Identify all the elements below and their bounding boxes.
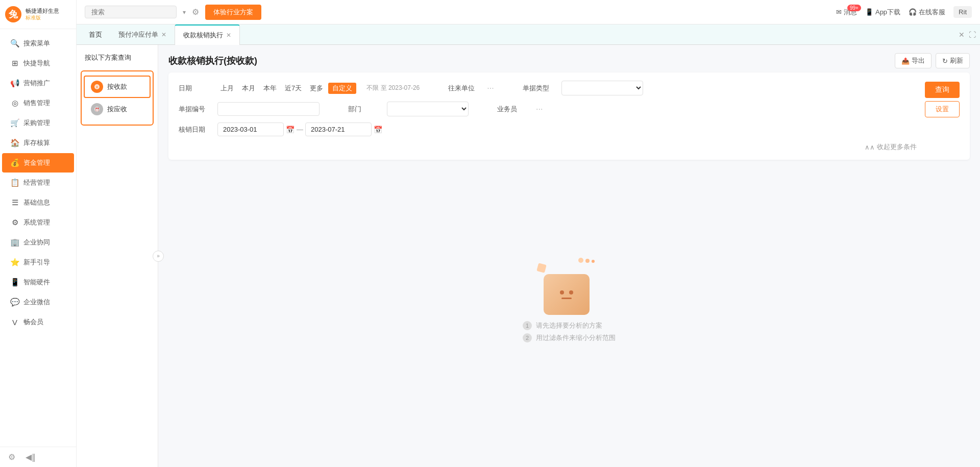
writeoff-end-input[interactable] (305, 122, 372, 136)
sidebar-item-quick-nav[interactable]: ⊞ 快捷导航 (2, 54, 74, 73)
empty-state: 1 请先选择要分析的方案 2 用过滤条件来缩小分析范围 (158, 160, 980, 467)
sidebar-menu: 🔍 搜索菜单 ⊞ 快捷导航 📢 营销推广 ◎ 销售管理 🛒 采购管理 🏠 库存核… (0, 29, 76, 447)
doctype-select[interactable] (561, 81, 643, 95)
empty-dots (578, 258, 595, 263)
svg-text:¥: ¥ (96, 85, 98, 89)
left-filter-panel: 按以下方案查询 ¥ 按收款 ⏰ (77, 45, 158, 467)
writeoff-end-calendar-icon[interactable]: 📅 (374, 126, 382, 134)
sidebar-item-label: 搜索菜单 (23, 39, 50, 48)
service-icon: 🎧 (909, 8, 917, 16)
date-btn-this-month[interactable]: 本月 (239, 83, 258, 94)
export-icon: 📤 (901, 57, 910, 65)
export-label: 导出 (912, 56, 925, 65)
topbar-chevron-icon[interactable]: ▾ (183, 9, 186, 16)
sidebar-item-inventory[interactable]: 🏠 库存核算 (2, 133, 74, 153)
date-btn-this-year[interactable]: 本年 (260, 83, 280, 94)
page-title: 收款核销执行(按收款) (168, 55, 257, 67)
filter-row-writeoff: 核销日期 📅 — 📅 (179, 122, 917, 136)
writeoff-start-input[interactable] (217, 122, 284, 136)
salesperson-filter-label: 业务员 (497, 105, 528, 114)
query-button[interactable]: 查询 (925, 82, 960, 98)
dept-select[interactable] (387, 102, 469, 116)
topbar-online-service[interactable]: 🎧 在线客服 (909, 8, 945, 17)
tabbar: 首页 预付冲应付单 ✕ 收款核销执行 ✕ ✕ ⛶ (77, 24, 980, 45)
sidebar-item-label: 企业协同 (23, 238, 50, 247)
content-area: 按以下方案查询 ¥ 按收款 ⏰ (77, 45, 980, 467)
operation-icon: 📋 (10, 178, 19, 187)
refresh-button[interactable]: ↻ 刷新 (936, 53, 970, 68)
tab-prepay-label: 预付冲应付单 (118, 30, 158, 39)
salesperson-dots[interactable]: ··· (536, 105, 543, 114)
sidebar-item-marketing[interactable]: 📢 营销推广 (2, 73, 74, 93)
topbar-gear-icon[interactable]: ⚙ (192, 7, 199, 17)
sidebar-item-label: 资金管理 (23, 158, 50, 167)
sidebar-item-finance[interactable]: 💰 资金管理 (2, 153, 74, 173)
date-filter-label: 日期 (179, 84, 209, 93)
date-btn-last-month[interactable]: 上月 (217, 83, 237, 94)
tab-collection[interactable]: 收款核销执行 ✕ (175, 24, 240, 45)
maximize-window-btn[interactable]: ⛶ (969, 31, 976, 39)
sidebar-item-wechat[interactable]: 💬 企业微信 (2, 292, 74, 312)
collapse-conditions-btn[interactable]: ∧∧ 收起更多条件 (865, 142, 917, 152)
filter-settings-button[interactable]: 设置 (925, 101, 960, 117)
sidebar-item-basic-info[interactable]: ☰ 基础信息 (2, 193, 74, 212)
sidebar-item-operation[interactable]: 📋 经营管理 (2, 173, 74, 192)
doctype-filter-label: 单据类型 (523, 84, 553, 93)
sidebar-item-label: 经营管理 (23, 178, 50, 187)
sidebar-item-member[interactable]: V 畅会员 (2, 312, 74, 332)
sidebar-item-search-menu[interactable]: 🔍 搜索菜单 (2, 34, 74, 53)
service-label: 在线客服 (919, 8, 945, 17)
sidebar: 兔 畅捷通好生意 标准版 🔍 搜索菜单 ⊞ 快捷导航 📢 营销推广 ◎ 销售管理… (0, 0, 77, 467)
topbar-search-input[interactable] (85, 6, 177, 18)
date-separator: — (297, 126, 303, 133)
sidebar-item-label: 企业微信 (23, 298, 50, 307)
empty-step-1: 1 请先选择要分析的方案 (523, 321, 616, 330)
date-btn-more[interactable]: 更多 (307, 83, 326, 94)
tab-prepay[interactable]: 预付冲应付单 ✕ (110, 24, 175, 45)
sidebar-item-label: 基础信息 (23, 198, 50, 207)
sidebar-item-sales[interactable]: ◎ 销售管理 (2, 93, 74, 113)
sidebar-item-system[interactable]: ⚙ 系统管理 (2, 213, 74, 232)
sidebar-item-purchase[interactable]: 🛒 采购管理 (2, 113, 74, 133)
date-btn-7days[interactable]: 近7天 (282, 83, 305, 94)
topbar-message[interactable]: ✉ 消息 99+ (836, 8, 857, 17)
tab-collection-close[interactable]: ✕ (226, 32, 231, 39)
collapse-left-panel-btn[interactable]: » (153, 251, 164, 262)
collapse-sidebar-icon[interactable]: ◀‖ (26, 452, 36, 462)
topbar-app-download[interactable]: 📱 App下载 (865, 8, 900, 17)
settings-bottom-icon[interactable]: ⚙ (8, 452, 15, 462)
close-window-btn[interactable]: ✕ (959, 31, 965, 39)
empty-small-square (536, 263, 547, 273)
solution-button[interactable]: 体验行业方案 (205, 5, 261, 20)
tab-collection-label: 收款核销执行 (183, 31, 223, 40)
filter-by-receivable[interactable]: ⏰ 按应收 (84, 98, 151, 120)
docnum-input[interactable] (217, 102, 320, 116)
date-btn-custom[interactable]: 自定义 (328, 83, 356, 94)
sidebar-item-enterprise[interactable]: 🏢 企业协同 (2, 233, 74, 252)
tab-prepay-close[interactable]: ✕ (161, 31, 166, 38)
by-receivable-icon: ⏰ (91, 103, 103, 115)
empty-steps: 1 请先选择要分析的方案 2 用过滤条件来缩小分析范围 (523, 321, 616, 342)
tab-home[interactable]: 首页 (81, 24, 110, 45)
writeoff-start-calendar-icon[interactable]: 📅 (286, 126, 295, 134)
export-button[interactable]: 📤 导出 (895, 53, 932, 68)
svg-text:⏰: ⏰ (95, 107, 100, 112)
collapse-conditions-label: 收起更多条件 (877, 142, 917, 152)
docnum-filter-label: 单据编号 (179, 105, 209, 114)
topbar: ▾ ⚙ 体验行业方案 ✉ 消息 99+ 📱 App下载 🎧 在线客服 Rit (77, 0, 980, 24)
sidebar-item-smart-hw[interactable]: 📱 智能硬件 (2, 273, 74, 292)
filter-row-doc: 单据编号 部门 业务员 ··· (179, 102, 917, 116)
sidebar-item-label: 快捷导航 (23, 59, 50, 68)
filter-panel-title: 按以下方案查询 (81, 51, 154, 64)
counterparty-dots[interactable]: ··· (487, 84, 494, 93)
topbar-user[interactable]: Rit (953, 6, 972, 18)
sidebar-item-onboarding[interactable]: ⭐ 新手引导 (2, 253, 74, 272)
filter-by-collection[interactable]: ¥ 按收款 (84, 76, 151, 98)
app-label: App下载 (875, 8, 900, 17)
filter-row-date: 日期 上月 本月 本年 近7天 更多 自定义 不限 至 2023-07-26 往… (179, 81, 917, 95)
empty-box (544, 274, 590, 315)
empty-box-face (560, 290, 573, 299)
refresh-label: 刷新 (950, 56, 963, 65)
sidebar-item-label: 畅会员 (23, 317, 43, 327)
collapse-chevron-up-icon: ∧∧ (865, 143, 875, 151)
